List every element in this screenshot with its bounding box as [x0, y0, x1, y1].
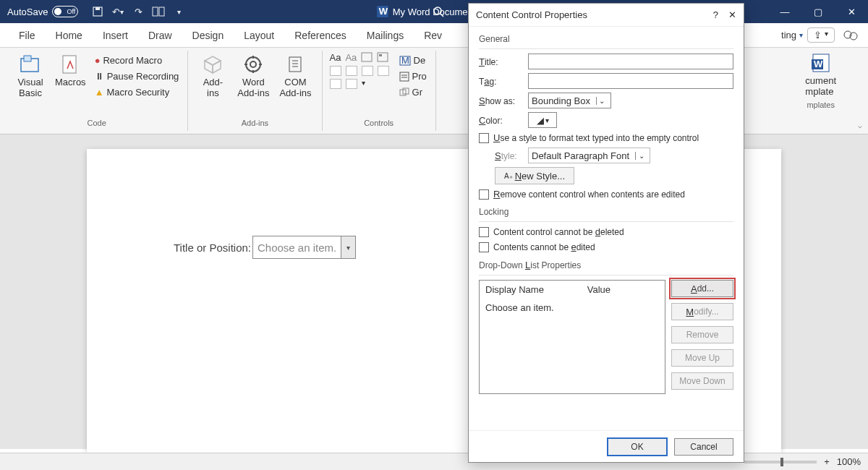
- tab-design[interactable]: Design: [182, 23, 234, 48]
- svg-text:W: W: [814, 59, 823, 69]
- content-control-dropdown-icon[interactable]: ▾: [341, 236, 355, 258]
- repeating-section-icon[interactable]: [330, 79, 341, 89]
- document-template-button[interactable]: Wcument mplate: [802, 51, 839, 98]
- plain-text-control-icon[interactable]: Aa: [345, 52, 357, 63]
- word-template-icon: W: [810, 52, 832, 74]
- tab-review[interactable]: Rev: [414, 23, 452, 48]
- tab-insert[interactable]: Insert: [93, 23, 138, 48]
- list-table[interactable]: Display Name Value Choose an item.: [479, 280, 665, 394]
- tab-mailings[interactable]: Mailings: [357, 23, 414, 48]
- svg-rect-27: [378, 53, 388, 61]
- zoom-in-button[interactable]: +: [824, 456, 830, 467]
- visual-basic-button[interactable]: Visual Basic: [13, 52, 48, 100]
- share-button[interactable]: ⇪▾: [807, 27, 835, 43]
- com-addins-button[interactable]: COM Add-ins: [276, 52, 314, 100]
- add-button[interactable]: Add...Add...: [671, 280, 733, 297]
- list-row[interactable]: Choose an item.: [480, 299, 665, 317]
- showas-combo[interactable]: Bounding Box⌄: [528, 93, 611, 108]
- use-style-label: Use a style to format text typed into th…: [493, 132, 699, 143]
- warning-icon: ▲: [95, 87, 104, 98]
- svg-rect-22: [289, 57, 301, 72]
- legacy-dropdown-icon[interactable]: ▾: [362, 79, 365, 89]
- autosave-toggle[interactable]: Off: [52, 6, 78, 17]
- tab-file[interactable]: File: [9, 23, 46, 48]
- lock-edit-label: Contents cannot be edited: [493, 242, 595, 252]
- properties-icon: [399, 72, 409, 82]
- content-control-properties-dialog: Content Control Properties ? ✕ General T…: [468, 3, 744, 463]
- tab-home[interactable]: Home: [46, 23, 93, 48]
- svg-rect-3: [159, 7, 164, 16]
- reading-view-icon[interactable]: [152, 5, 165, 18]
- save-icon[interactable]: [91, 5, 104, 18]
- color-label: Color:: [479, 115, 521, 126]
- new-style-button: A₊New Style...New Style...: [495, 167, 574, 184]
- pause-recording-button: ⏸Pause Recording: [93, 69, 181, 83]
- group-button[interactable]: Gr: [398, 85, 428, 99]
- style-combo: Default Paragraph Font⌄: [528, 148, 650, 163]
- record-macro-button[interactable]: ●Record Macro: [93, 54, 181, 67]
- col-display-name: Display Name: [480, 281, 582, 299]
- checkbox-control-icon[interactable]: [330, 66, 341, 76]
- showas-value: Bounding Box: [532, 95, 590, 106]
- com-addins-icon: [284, 54, 306, 75]
- search-icon[interactable]: [433, 6, 444, 17]
- lock-delete-checkbox[interactable]: [479, 227, 489, 237]
- undo-icon[interactable]: ↶▾: [111, 5, 124, 18]
- style-label: Style:: [495, 150, 521, 161]
- macro-security-button[interactable]: ▲Macro Security: [93, 85, 181, 99]
- title-input[interactable]: [528, 54, 733, 69]
- move-up-button: Move Up: [671, 349, 733, 367]
- tab-references[interactable]: References: [284, 23, 357, 48]
- macros-button[interactable]: Macros: [52, 52, 89, 89]
- dropdown-control-icon[interactable]: [362, 66, 373, 76]
- maximize-button[interactable]: ▢: [801, 0, 835, 23]
- zoom-slider[interactable]: [744, 461, 817, 463]
- dialog-body: General Title:Title: Tag:Tag: Show as:Sh…: [469, 27, 744, 430]
- properties-button[interactable]: Pro: [398, 69, 428, 83]
- use-style-checkbox[interactable]: [479, 133, 489, 143]
- redo-icon[interactable]: ↷: [132, 5, 145, 18]
- col-value: Value: [582, 281, 616, 299]
- building-block-icon[interactable]: [377, 52, 388, 63]
- dialog-title: Content Control Properties: [476, 9, 587, 20]
- dialog-close-button[interactable]: ✕: [728, 9, 736, 20]
- word-addins-button[interactable]: Word Add-ins: [234, 52, 272, 100]
- macros-icon: [59, 54, 81, 75]
- cancel-button[interactable]: Cancel: [674, 438, 733, 456]
- addins-button[interactable]: Add- ins: [195, 52, 230, 100]
- content-control[interactable]: Choose an item. ▾: [252, 236, 356, 259]
- collapse-ribbon-icon[interactable]: ⌵: [858, 121, 862, 129]
- autosave-control[interactable]: AutoSave Off: [0, 6, 85, 17]
- group-addins: Add- ins Word Add-ins COM Add-ins Add-in…: [188, 51, 322, 131]
- tab-fragment-right[interactable]: ting ▾: [781, 30, 803, 40]
- close-button[interactable]: ✕: [835, 0, 868, 23]
- design-mode-icon: M: [399, 56, 411, 66]
- ok-button[interactable]: OK: [608, 438, 667, 456]
- svg-point-6: [434, 7, 441, 14]
- design-mode-button[interactable]: MDe: [398, 54, 428, 67]
- svg-rect-11: [24, 56, 31, 61]
- rich-text-control-icon[interactable]: Aa: [330, 52, 341, 63]
- word-addins-label: Word Add-ins: [237, 77, 269, 98]
- zoom-level[interactable]: 100%: [837, 456, 861, 467]
- addins-label: Add- ins: [203, 77, 223, 98]
- legacy-tools-icon[interactable]: [346, 79, 357, 89]
- remove-cc-checkbox[interactable]: [479, 189, 489, 200]
- section-locking: Locking: [479, 204, 733, 222]
- list-header: Display Name Value: [480, 281, 665, 299]
- section-ddl: Drop-Down List PropertiesDrop-Down List …: [479, 257, 733, 275]
- lock-edit-checkbox[interactable]: [479, 242, 489, 252]
- color-picker-button[interactable]: ◢▾: [528, 112, 557, 128]
- tab-draw[interactable]: Draw: [138, 23, 182, 48]
- comments-icon[interactable]: [843, 30, 858, 41]
- dialog-help-button[interactable]: ?: [713, 9, 718, 20]
- qat-dropdown-icon[interactable]: ▾: [172, 5, 185, 18]
- minimize-button[interactable]: —: [768, 0, 801, 23]
- picture-control-icon[interactable]: [361, 52, 373, 63]
- tag-input[interactable]: [528, 73, 733, 89]
- combobox-control-icon[interactable]: [346, 66, 357, 76]
- date-picker-icon[interactable]: [378, 66, 389, 76]
- pause-recording-label: Pause Recording: [107, 71, 179, 82]
- tab-layout[interactable]: Layout: [234, 23, 284, 48]
- svg-text:M: M: [401, 56, 409, 66]
